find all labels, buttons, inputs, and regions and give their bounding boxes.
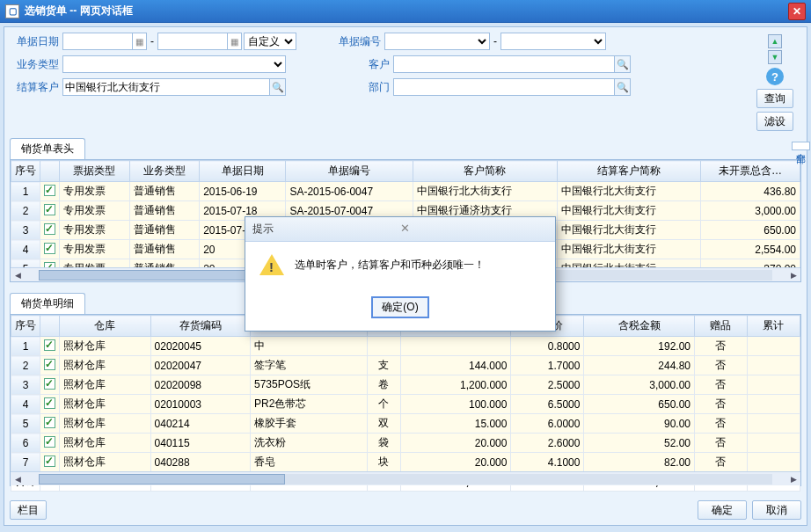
row-seq: 1 [11,182,40,201]
row-checkbox[interactable] [40,434,60,453]
cancel-button[interactable]: 取消 [752,500,801,520]
biztype-label: 业务类型 [10,57,59,72]
cell-cum [747,434,800,453]
cell-cust: 中国银行北大街支行 [413,182,557,201]
row-checkbox[interactable] [40,337,60,356]
table-row[interactable]: 1专用发票普通销售2015-06-19SA-2015-06-0047中国银行北大… [11,182,800,201]
column-header[interactable]: 序号 [11,316,40,337]
cell-biz: 普通销售 [129,221,200,240]
settlecust-input[interactable] [62,78,270,96]
cell-amt: 3,000.00 [700,201,800,221]
row-seq: 1 [11,337,40,356]
scroll-left-icon[interactable]: ◀ [11,268,25,282]
row-checkbox[interactable] [40,221,60,240]
biztype-select[interactable] [62,55,286,73]
scroll-right-icon[interactable]: ▶ [786,268,800,282]
dialog-titlebar: 提示 ✕ [245,217,555,242]
column-header[interactable]: 票据类型 [60,161,130,182]
date-to-input[interactable] [157,33,228,50]
cell-qty: 20.000 [400,434,511,453]
hscrollbar[interactable]: ◀ ▶ [11,471,800,485]
row-checkbox[interactable] [40,240,60,259]
ok-button[interactable]: 确定 [698,500,747,520]
cell-name: 橡胶手套 [250,414,367,434]
date-custom-select[interactable]: 自定义 [244,33,296,50]
customer-input[interactable] [393,55,615,73]
table-row[interactable]: 2照材仓库02020047签字笔支144.0001.7000244.80否 [11,356,800,375]
column-header[interactable]: 未开票总含… [700,161,800,182]
filter-button[interactable]: 滤设 [756,112,793,131]
tab-detail[interactable]: 销货单明细 [10,293,85,314]
column-header[interactable]: 仓库 [60,316,151,337]
cell-wh: 照材仓库 [60,453,151,472]
billno-from-select[interactable] [384,33,490,50]
row-checkbox[interactable] [40,395,60,414]
column-header[interactable]: 业务类型 [129,161,200,182]
column-header[interactable]: 存货编码 [150,316,250,337]
row-checkbox[interactable] [40,453,60,472]
column-header[interactable]: 结算客户简称 [557,161,700,182]
footer: 栏目 确定 取消 [10,500,801,520]
billno-to-select[interactable] [500,33,606,50]
columns-button[interactable]: 栏目 [10,500,47,520]
scroll-down-icon[interactable]: ▼ [768,50,782,64]
cell-wh: 照材仓库 [60,375,151,395]
scroll-left-icon[interactable]: ◀ [11,472,25,486]
help-icon[interactable]: ? [766,68,784,85]
column-header[interactable]: 单据日期 [200,161,286,182]
cell-amt: 192.00 [584,337,695,356]
table-row[interactable]: 4照材仓库02010003PR2色带芯个100.0006.5000650.00否 [11,395,800,414]
cell-settle: 中国银行北大街支行 [557,240,700,259]
column-header[interactable] [40,316,60,337]
query-button[interactable]: 查询 [756,89,793,108]
scroll-thumb[interactable] [39,474,285,485]
search-icon[interactable]: 🔍 [615,78,631,96]
cell-amt: 2,554.00 [700,240,800,259]
date-from-input[interactable] [62,33,133,50]
table-row[interactable]: 5照材仓库040214橡胶手套双15.0006.000090.00否 [11,414,800,434]
column-header[interactable]: 赠品 [694,316,747,337]
cell-gift: 否 [694,395,747,414]
alert-dialog: 提示 ✕ 选单时客户，结算客户和币种必须唯一！ 确定(O) [245,216,556,332]
column-header[interactable] [40,161,60,182]
row-checkbox[interactable] [40,201,60,221]
row-checkbox[interactable] [40,375,60,395]
calendar-icon[interactable]: ▦ [133,33,147,50]
cell-qty: 1,200.000 [400,375,511,395]
scroll-up-icon[interactable]: ▲ [768,34,782,48]
table-row[interactable]: 6照材仓库040115洗衣粉袋20.0002.600052.00否 [11,434,800,453]
cell-gift: 否 [694,356,747,375]
row-seq: 2 [11,201,40,221]
dialog-message: 选单时客户，结算客户和币种必须唯一！ [295,254,485,273]
column-header[interactable]: 序号 [11,161,40,182]
row-checkbox[interactable] [40,356,60,375]
search-icon[interactable]: 🔍 [270,78,286,96]
row-checkbox[interactable] [40,182,60,201]
column-header[interactable]: 累计 [747,316,800,337]
dialog-ok-button[interactable]: 确定(O) [371,296,428,318]
cell-gift: 否 [694,434,747,453]
search-icon[interactable]: 🔍 [615,55,631,73]
tab-header[interactable]: 销货单表头 [10,138,85,159]
table-row[interactable]: 1照材仓库02020045中0.8000192.00否 [11,337,800,356]
cell-unit: 卷 [367,375,400,395]
row-checkbox[interactable] [40,414,60,434]
cell-ticket: 专用发票 [60,182,130,201]
cell-wh: 照材仓库 [60,337,151,356]
close-icon[interactable]: ✕ [788,3,806,20]
dept-input[interactable] [393,78,615,96]
cell-unit: 块 [367,453,400,472]
cell-price: 6.0000 [511,414,584,434]
column-header[interactable]: 单据编号 [286,161,413,182]
table-row[interactable]: 7照材仓库040288香皂块20.0004.100082.00否 [11,453,800,472]
window-title: 选销货单 -- 网页对话框 [25,4,788,18]
scroll-right-icon[interactable]: ▶ [786,472,800,486]
row-seq: 7 [11,453,40,472]
close-icon[interactable]: ✕ [400,222,548,237]
side-tab[interactable]: 全部 [792,142,810,150]
column-header[interactable]: 客户简称 [413,161,557,182]
table-row[interactable]: 3照材仓库020200985735POS纸卷1,200.0002.50003,0… [11,375,800,395]
column-header[interactable]: 含税金额 [584,316,695,337]
cell-name: 香皂 [250,453,367,472]
calendar-icon[interactable]: ▦ [228,33,242,50]
